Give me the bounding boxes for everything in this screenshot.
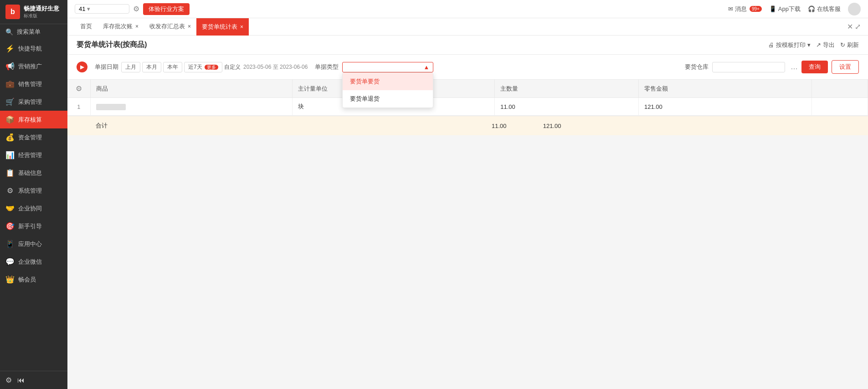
print-dropdown-icon: ▾ xyxy=(807,41,811,48)
tab-close-batch[interactable]: × xyxy=(135,23,139,30)
sidebar-item-13[interactable]: 💬企业微信 xyxy=(0,253,67,271)
sidebar-item-11[interactable]: 🎯新手引导 xyxy=(0,217,67,235)
print-button[interactable]: 🖨 按模板打印 ▾ xyxy=(768,41,811,49)
this-month-btn[interactable]: 本月 xyxy=(142,62,161,72)
nav-icon-12: 📱 xyxy=(5,240,15,248)
type-dropdown-icon: ▲ xyxy=(424,64,430,71)
dropdown-item-requisition[interactable]: 要货单要货 xyxy=(343,73,433,90)
row-product xyxy=(90,98,293,116)
sidebar-nav: ⚡快捷导航📢营销推广💼销售管理🛒采购管理📦库存核算💰资金管理📊经营管理📋基础信息… xyxy=(0,40,67,371)
nav-icon-4: 🛒 xyxy=(5,97,15,106)
sidebar-item-9[interactable]: ⚙系统管理 xyxy=(0,182,67,200)
nav-icon-2: 📢 xyxy=(5,62,15,71)
last-month-btn[interactable]: 上月 xyxy=(121,62,140,72)
warehouse-select[interactable] xyxy=(712,62,785,72)
product-blurred xyxy=(96,104,126,110)
date-custom-btn[interactable]: 自定义 xyxy=(224,63,241,71)
table-row: 1 块 11.00 121.00 xyxy=(67,98,868,116)
messages-action[interactable]: ✉ 消息 99+ xyxy=(728,5,762,13)
sidebar-item-8[interactable]: 📋基础信息 xyxy=(0,164,67,182)
service-icon: 🎧 xyxy=(808,5,815,12)
main-area: 41 ▾ ⚙ 体验行业方案 ✉ 消息 99+ 📱 App下载 🎧 在线客服 xyxy=(67,0,868,389)
topbar: 41 ▾ ⚙ 体验行业方案 ✉ 消息 99+ 📱 App下载 🎧 在线客服 xyxy=(67,0,868,18)
trial-button[interactable]: 体验行业方案 xyxy=(143,3,190,15)
company-name: 41 xyxy=(79,5,85,12)
footer-qty: 11.00 xyxy=(457,123,512,129)
tab-inventory-summary[interactable]: 收发存汇总表 × xyxy=(144,18,196,36)
sidebar-item-10[interactable]: 🤝企业协同 xyxy=(0,200,67,217)
type-value xyxy=(346,64,419,71)
nav-label-12: 应用中心 xyxy=(18,240,42,248)
phone-icon: 📱 xyxy=(769,5,776,12)
row-extra xyxy=(812,98,868,116)
tab-close-summary[interactable]: × xyxy=(188,23,191,30)
tab-batch-account[interactable]: 库存批次账 × xyxy=(98,18,144,36)
app-download-action[interactable]: 📱 App下载 xyxy=(769,5,801,13)
col-product: 商品 xyxy=(90,80,293,98)
query-button[interactable]: 查询 xyxy=(801,61,828,73)
col-amount: 零售金额 xyxy=(638,80,812,98)
tabs-close-all-btn[interactable]: ✕ xyxy=(847,22,853,31)
logo-icon: b xyxy=(5,5,20,19)
company-dropdown-icon: ▾ xyxy=(87,5,90,12)
page-title: 要货单统计表(按商品) xyxy=(77,40,147,50)
sidebar-item-4[interactable]: 🛒采购管理 xyxy=(0,93,67,111)
service-label: 在线客服 xyxy=(817,5,841,13)
col-qty: 主数量 xyxy=(495,80,639,98)
nav-label-4: 采购管理 xyxy=(18,98,42,106)
user-avatar[interactable] xyxy=(848,3,861,15)
nav-icon-10: 🤝 xyxy=(5,204,15,213)
sidebar-logo: b 畅捷通好生意 标准版 xyxy=(0,0,67,24)
topbar-right: ✉ 消息 99+ 📱 App下载 🎧 在线客服 xyxy=(728,3,861,15)
message-badge: 99+ xyxy=(750,6,762,12)
nav-label-11: 新手引导 xyxy=(18,222,42,230)
date-more-badge: 更多 xyxy=(205,65,218,70)
online-service-action[interactable]: 🎧 在线客服 xyxy=(808,5,841,13)
nav-icon-6: 💰 xyxy=(5,133,15,142)
this-year-btn[interactable]: 本年 xyxy=(163,62,182,72)
warehouse-more-icon[interactable]: … xyxy=(791,63,798,71)
sidebar-item-14[interactable]: 👑畅会员 xyxy=(0,271,67,288)
page-header: 要货单统计表(按商品) 🖨 按模板打印 ▾ ↗ 导出 ↻ 刷新 xyxy=(67,36,868,55)
nav-label-7: 经营管理 xyxy=(18,151,42,159)
sidebar-item-7[interactable]: 📊经营管理 xyxy=(0,146,67,164)
date-label: 单据日期 xyxy=(95,63,118,71)
refresh-button[interactable]: ↻ 刷新 xyxy=(840,41,859,49)
sidebar-item-1[interactable]: ⚡快捷导航 xyxy=(0,40,67,57)
filter-settings-button[interactable]: 设置 xyxy=(832,60,859,74)
topbar-settings-icon[interactable]: ⚙ xyxy=(133,5,139,13)
footer-label: 合计 xyxy=(90,122,403,130)
row-no: 1 xyxy=(67,98,90,116)
footer-collapse-icon[interactable]: ⏮ xyxy=(17,376,25,384)
tabs-fullscreen-btn[interactable]: ⤢ xyxy=(855,22,861,31)
search-menu-item[interactable]: 🔍 搜索菜单 xyxy=(0,24,67,40)
filter-expand-button[interactable]: ▶ xyxy=(77,61,87,72)
tab-requisition-stats[interactable]: 要货单统计表 × xyxy=(196,18,249,36)
export-icon: ↗ xyxy=(816,41,821,48)
last-7days-btn[interactable]: 近7天 更多 xyxy=(184,62,222,72)
sidebar: b 畅捷通好生意 标准版 🔍 搜索菜单 ⚡快捷导航📢营销推广💼销售管理🛒采购管理… xyxy=(0,0,67,389)
date-buttons: 上月 本月 本年 近7天 更多 自定义 xyxy=(121,62,241,72)
sidebar-item-5[interactable]: 📦库存核算 xyxy=(0,111,67,128)
sidebar-item-12[interactable]: 📱应用中心 xyxy=(0,235,67,253)
type-select[interactable]: ▲ xyxy=(342,62,433,72)
tab-home[interactable]: 首页 xyxy=(75,18,98,36)
col-settings: ⚙ xyxy=(67,80,90,98)
company-select[interactable]: 41 ▾ xyxy=(75,4,129,14)
nav-icon-7: 📊 xyxy=(5,151,15,159)
nav-icon-3: 💼 xyxy=(5,80,15,88)
dropdown-item-return[interactable]: 要货单退货 xyxy=(343,90,433,107)
sidebar-item-6[interactable]: 💰资金管理 xyxy=(0,128,67,146)
type-filter-group: 单据类型 ▲ 要货单要货 要货单退货 xyxy=(315,62,433,72)
nav-label-13: 企业微信 xyxy=(18,258,42,266)
print-icon: 🖨 xyxy=(768,41,774,48)
sidebar-item-2[interactable]: 📢营销推广 xyxy=(0,57,67,75)
col-settings-icon[interactable]: ⚙ xyxy=(76,84,82,93)
brand-sub: 标准版 xyxy=(24,13,59,19)
footer-settings-icon[interactable]: ⚙ xyxy=(5,376,12,384)
sidebar-footer: ⚙ ⏮ xyxy=(0,371,67,389)
tab-close-requisition[interactable]: × xyxy=(240,24,243,30)
sidebar-item-3[interactable]: 💼销售管理 xyxy=(0,75,67,93)
export-button[interactable]: ↗ 导出 xyxy=(816,41,835,49)
data-table: ⚙ 商品 主计量单位 主数量 零售金额 1 xyxy=(67,80,868,116)
